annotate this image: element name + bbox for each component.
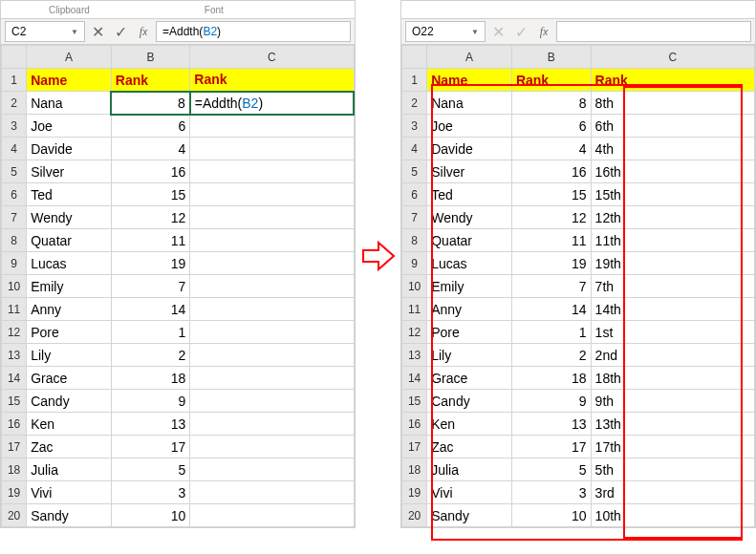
cell-c[interactable] [190,367,354,390]
select-all[interactable] [2,46,27,69]
cell-name[interactable]: Grace [27,367,112,390]
row-header[interactable]: 4 [2,138,27,160]
row-header[interactable]: 14 [2,367,27,390]
cell-ordinal[interactable]: 4th [591,138,754,160]
row-header[interactable]: 7 [2,206,27,229]
row-header[interactable]: 10 [402,275,427,298]
grid-left[interactable]: A B C 1 Name Rank Rank 2Nana8=Addth(B2)3… [1,45,355,527]
cell-name[interactable]: Quatar [427,229,512,252]
cell-ordinal[interactable]: 16th [591,160,754,183]
cell-name[interactable]: Zac [427,436,512,458]
cell-rank[interactable]: 9 [511,390,591,413]
cell-rank[interactable]: 3 [511,481,591,504]
row-header[interactable]: 1 [402,69,427,92]
cell-rank[interactable]: 17 [111,436,190,458]
row-header[interactable]: 16 [2,413,27,436]
cell-name[interactable]: Vivi [427,481,512,504]
cell-c[interactable] [190,390,354,413]
cell-c[interactable] [190,160,354,183]
row-header[interactable]: 10 [2,275,27,298]
cell-rank[interactable]: 5 [111,458,190,481]
cell-c[interactable] [190,115,354,138]
cell-ordinal[interactable]: 14th [591,298,754,321]
cell-c[interactable] [190,229,354,252]
cell-ordinal[interactable]: 5th [591,458,754,481]
cell-c[interactable] [190,436,354,458]
cell-rank[interactable]: 10 [111,504,190,527]
cell-name[interactable]: Joe [27,115,112,138]
row-header[interactable]: 16 [402,413,427,436]
name-box[interactable]: C2 ▼ [5,21,85,42]
cell-c[interactable] [190,183,354,206]
cell-rank[interactable]: 11 [111,229,190,252]
cell-rank[interactable]: 14 [511,298,591,321]
cell-ordinal[interactable]: 2nd [591,344,754,367]
cell-c[interactable] [190,458,354,481]
cell-name[interactable]: Nana [27,92,112,115]
cell-name[interactable]: Anny [427,298,512,321]
cell-ordinal[interactable]: 15th [591,183,754,206]
cell-name[interactable]: Candy [27,390,112,413]
cell-ordinal[interactable]: 12th [591,206,754,229]
cell-name[interactable]: Emily [427,275,512,298]
cell-name[interactable]: Candy [427,390,512,413]
row-header[interactable]: 6 [2,183,27,206]
row-header[interactable]: 18 [2,458,27,481]
cell-name[interactable]: Davide [27,138,112,160]
row-header[interactable]: 15 [402,390,427,413]
select-all[interactable] [402,46,427,69]
cell-rank[interactable]: 6 [511,115,591,138]
row-header[interactable]: 18 [402,458,427,481]
row-header[interactable]: 1 [2,69,27,92]
cell-rank[interactable]: 13 [111,413,190,436]
cell-name[interactable]: Davide [427,138,512,160]
cell-rank[interactable]: 8 [511,92,591,115]
row-header[interactable]: 17 [402,436,427,458]
cell-c[interactable] [190,504,354,527]
row-header[interactable]: 3 [402,115,427,138]
cell-name[interactable]: Ken [27,413,112,436]
cell-c[interactable] [190,252,354,275]
row-header[interactable]: 5 [2,160,27,183]
row-header[interactable]: 19 [402,481,427,504]
cell-c[interactable] [190,321,354,344]
cell-name[interactable]: Nana [427,92,512,115]
row-header[interactable]: 14 [402,367,427,390]
row-header[interactable]: 19 [2,481,27,504]
header-rank-c[interactable]: Rank [190,69,354,92]
cell-ordinal[interactable]: 13th [591,413,754,436]
cell-rank[interactable]: 11 [511,229,591,252]
header-rank-c[interactable]: Rank [591,69,754,92]
cell-name[interactable]: Pore [427,321,512,344]
row-header[interactable]: 13 [2,344,27,367]
cell-name[interactable]: Emily [27,275,112,298]
cell-rank[interactable]: 9 [111,390,190,413]
cell-ordinal[interactable]: 7th [591,275,754,298]
formula-input-right[interactable] [556,21,751,42]
cell-rank[interactable]: 2 [511,344,591,367]
cell-name[interactable]: Ted [427,183,512,206]
cell-rank[interactable]: 16 [511,160,591,183]
fx-button[interactable]: fx [533,21,554,42]
row-header[interactable]: 2 [2,92,27,115]
cell-c-editing[interactable]: =Addth(B2) [190,92,354,115]
cell-name[interactable]: Wendy [427,206,512,229]
row-header[interactable]: 9 [2,252,27,275]
row-header[interactable]: 3 [2,115,27,138]
cell-ordinal[interactable]: 6th [591,115,754,138]
formula-input[interactable]: =Addth(B2) [156,21,351,42]
cell-ordinal[interactable]: 10th [591,504,754,527]
name-box-right[interactable]: O22 ▼ [405,21,486,42]
cell-ordinal[interactable]: 18th [591,367,754,390]
cell-name[interactable]: Ted [27,183,112,206]
cell-name[interactable]: Lily [27,344,112,367]
row-header[interactable]: 8 [402,229,427,252]
cell-c[interactable] [190,481,354,504]
cell-name[interactable]: Wendy [27,206,112,229]
cell-name[interactable]: Vivi [27,481,112,504]
row-header[interactable]: 5 [402,160,427,183]
cell-ordinal[interactable]: 19th [591,252,754,275]
cell-rank[interactable]: 5 [511,458,591,481]
cell-name[interactable]: Anny [27,298,112,321]
row-header[interactable]: 8 [2,229,27,252]
